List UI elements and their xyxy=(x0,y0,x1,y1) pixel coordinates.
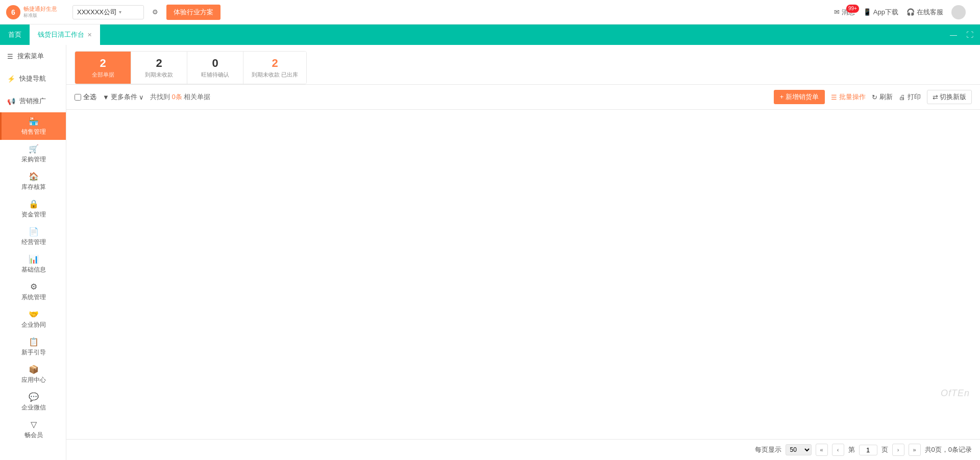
sidebar-item-purchase[interactable]: 🛒 采购管理 xyxy=(0,140,66,167)
sidebar-item-appstore[interactable]: 📦 应用中心 xyxy=(0,360,66,388)
page-number-input[interactable] xyxy=(859,445,877,455)
sidebar-item-inventory[interactable]: 🏠 库存核算 xyxy=(0,167,66,195)
sidebar-item-purchase-label: 采购管理 xyxy=(21,155,46,164)
sidebar-quick-nav[interactable]: ⚡ 快捷导航 xyxy=(0,67,66,90)
logo-icon: 6 xyxy=(6,5,20,19)
quick-nav-icon: ⚡ xyxy=(7,75,15,83)
toolbar-right: + 新增销货单 ☰ 批量操作 ↻ 刷新 🖨 打印 ⇄ 切换新版 xyxy=(774,90,972,104)
sidebar-item-finance[interactable]: 🔒 资金管理 xyxy=(0,195,66,223)
sidebar-item-member[interactable]: ▽ 畅会员 xyxy=(0,416,66,443)
sidebar-item-wechat[interactable]: 💬 企业微信 xyxy=(0,388,66,416)
stat-label-overdue: 到期未收款 xyxy=(139,71,179,79)
last-page-button[interactable]: » xyxy=(909,444,921,456)
per-page-select[interactable]: 50 100 xyxy=(786,444,812,455)
table-area xyxy=(66,110,980,439)
online-service-button[interactable]: 🎧 在线客服 xyxy=(906,8,943,17)
main-layout: ☰ 搜索菜单 ⚡ 快捷导航 📢 营销推广 🏪 销售管理 🛒 采购管理 🏠 库存核… xyxy=(0,45,980,460)
tab-bar-actions: — ⛶ xyxy=(947,29,980,41)
tab-home[interactable]: 首页 xyxy=(0,25,30,45)
settings-button[interactable]: ⚙ xyxy=(148,5,162,19)
stats-tabs: 2 全部单据 2 到期未收款 0 旺辅待确认 2 到期未收款 已出库 xyxy=(66,45,980,85)
message-button[interactable]: ✉ 消息 99+ xyxy=(834,8,855,17)
switch-version-button[interactable]: ⇄ 切换新版 xyxy=(927,90,972,104)
sidebar-quick-nav-label: 快捷导航 xyxy=(19,74,46,83)
next-page-button[interactable]: › xyxy=(892,444,904,456)
found-count: 0条 xyxy=(172,93,182,101)
message-icon: ✉ xyxy=(834,8,840,16)
switch-icon: ⇄ xyxy=(933,93,938,101)
stat-tab-all[interactable]: 2 全部单据 xyxy=(75,52,131,84)
sidebar-item-basic[interactable]: 📊 基础信息 xyxy=(0,250,66,278)
found-text: 共找到 0条 相关单据 xyxy=(150,92,210,102)
total-info: 共0页，0条记录 xyxy=(925,445,972,454)
print-button[interactable]: 🖨 打印 xyxy=(899,92,921,102)
sidebar-item-operation-label: 经营管理 xyxy=(21,238,46,247)
stat-tab-wangpu[interactable]: 0 旺辅待确认 xyxy=(187,52,243,84)
sidebar-item-system-label: 系统管理 xyxy=(21,293,46,302)
sidebar-item-appstore-label: 应用中心 xyxy=(21,376,46,384)
switch-label: 切换新版 xyxy=(940,92,966,102)
company-selector[interactable]: XXXXXX公司 ▾ xyxy=(72,5,144,19)
toolbar: 全选 ▼ 更多条件 ∨ 共找到 0条 相关单据 + 新增销货单 ☰ 批量操作 ↻ xyxy=(66,85,980,110)
add-sales-order-button[interactable]: + 新增销货单 xyxy=(774,90,825,104)
tab-bar: 首页 钱货日清工作台 ✕ — ⛶ xyxy=(0,25,980,45)
online-service-label: 在线客服 xyxy=(917,8,943,17)
appstore-icon: 📦 xyxy=(29,365,39,374)
refresh-icon: ↻ xyxy=(872,93,877,101)
download-icon: 📱 xyxy=(863,8,871,16)
sidebar-item-wechat-label: 企业微信 xyxy=(21,403,46,412)
sidebar-search[interactable]: ☰ 搜索菜单 xyxy=(0,45,66,67)
search-icon: ☰ xyxy=(7,53,13,60)
page-suffix: 页 xyxy=(881,445,888,454)
finance-icon: 🔒 xyxy=(29,199,39,209)
tab-expand-button[interactable]: ⛶ xyxy=(964,29,976,41)
select-all-label: 全选 xyxy=(83,92,96,102)
operation-icon: 📄 xyxy=(29,227,39,236)
select-all-input[interactable] xyxy=(75,94,81,101)
content-area: 2 全部单据 2 到期未收款 0 旺辅待确认 2 到期未收款 已出库 xyxy=(66,45,980,460)
wechat-icon: 💬 xyxy=(29,392,39,402)
avatar[interactable] xyxy=(951,5,966,19)
industry-button[interactable]: 体验行业方案 xyxy=(166,5,220,20)
sidebar-item-system[interactable]: ⚙ 系统管理 xyxy=(0,278,66,305)
guide-icon: 📋 xyxy=(29,337,39,347)
stat-tab-shipped[interactable]: 2 到期未收款 已出库 xyxy=(243,52,306,84)
sidebar-item-guide-label: 新手引导 xyxy=(21,348,46,357)
stats-tabs-inner: 2 全部单据 2 到期未收款 0 旺辅待确认 2 到期未收款 已出库 xyxy=(75,51,307,84)
stat-tab-overdue[interactable]: 2 到期未收款 xyxy=(131,52,187,84)
first-page-button[interactable]: « xyxy=(816,444,828,456)
sidebar-item-basic-label: 基础信息 xyxy=(21,265,46,274)
filter-button[interactable]: ▼ 更多条件 ∨ xyxy=(103,92,144,102)
header-right: ✉ 消息 99+ 📱 App下载 🎧 在线客服 xyxy=(834,5,974,19)
page-label: 第 xyxy=(848,445,855,454)
prev-page-button[interactable]: ‹ xyxy=(832,444,844,456)
found-suffix: 相关单据 xyxy=(184,93,210,101)
sidebar-item-enterprise[interactable]: 🤝 企业协同 xyxy=(0,305,66,333)
sidebar-item-guide[interactable]: 📋 新手引导 xyxy=(0,333,66,360)
app-badge: 标准版 xyxy=(23,12,57,19)
basic-icon: 📊 xyxy=(29,254,39,264)
sidebar-item-operation[interactable]: 📄 经营管理 xyxy=(0,223,66,250)
sidebar-marketing[interactable]: 📢 营销推广 xyxy=(0,90,66,112)
service-icon: 🎧 xyxy=(906,8,915,16)
member-icon: ▽ xyxy=(31,420,37,429)
print-label: 打印 xyxy=(908,92,921,102)
sidebar-item-inventory-label: 库存核算 xyxy=(21,183,46,191)
batch-icon: ☰ xyxy=(831,93,837,101)
tab-minimize-button[interactable]: — xyxy=(947,29,960,41)
purchase-icon: 🛒 xyxy=(29,144,39,154)
print-icon: 🖨 xyxy=(899,93,905,101)
tab-close-icon[interactable]: ✕ xyxy=(87,32,92,38)
select-all-checkbox[interactable]: 全选 xyxy=(75,92,96,102)
sidebar-item-sales[interactable]: 🏪 销售管理 xyxy=(0,112,66,140)
company-name: XXXXXX公司 xyxy=(77,8,117,17)
tab-workbench[interactable]: 钱货日清工作台 ✕ xyxy=(30,25,100,45)
batch-operation-button[interactable]: ☰ 批量操作 xyxy=(831,92,866,102)
app-download-button[interactable]: 📱 App下载 xyxy=(863,8,898,17)
batch-label: 批量操作 xyxy=(839,92,866,102)
stat-num-all: 2 xyxy=(83,57,122,70)
sidebar-item-member-label: 畅会员 xyxy=(24,431,43,440)
refresh-button[interactable]: ↻ 刷新 xyxy=(872,92,893,102)
per-page-label: 每页显示 xyxy=(755,445,781,454)
sidebar-item-enterprise-label: 企业协同 xyxy=(21,321,46,329)
